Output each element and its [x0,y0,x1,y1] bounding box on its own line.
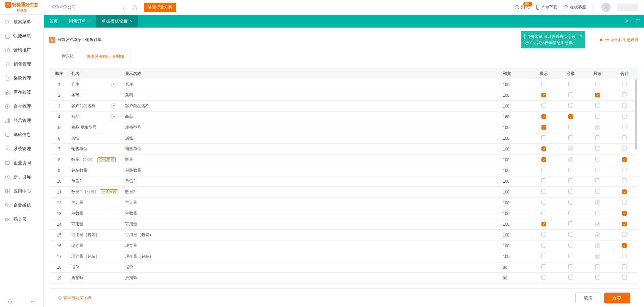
checkbox[interactable] [568,232,573,237]
sidebar-item-5[interactable]: 库存核算 [0,85,43,99]
checkbox[interactable] [541,125,546,130]
cell-width[interactable]: 100 [500,136,530,141]
checkbox[interactable] [595,93,600,97]
cell-display[interactable]: 主计量 [122,200,500,206]
cell-width[interactable]: 100 [500,93,530,98]
checkbox[interactable] [541,178,546,183]
tooltip-close[interactable]: ✕ [579,33,582,39]
checkbox[interactable] [622,146,627,151]
checkbox[interactable] [595,189,600,194]
checkbox[interactable] [622,92,627,97]
checkbox[interactable] [541,168,546,172]
context-handle[interactable]: ▶ [49,37,55,43]
cell-width[interactable]: 100 [500,211,530,216]
cell-width[interactable]: 80 [500,265,530,270]
checkbox[interactable] [622,82,627,86]
close-all-tabs[interactable] [621,18,633,24]
cell-display[interactable]: 现存量 [122,243,500,249]
checkbox[interactable] [622,135,627,140]
checkbox[interactable] [541,189,546,194]
checkbox[interactable] [541,232,546,237]
cell-display[interactable]: 属性 [122,135,500,141]
checkbox[interactable] [568,146,573,151]
sidebar-item-10[interactable]: 企业协同 [0,156,43,170]
checkbox[interactable] [541,211,546,215]
company-selector[interactable]: XXXXXX公司 ⌵ [48,3,128,12]
subtab-0[interactable]: 表头区 [56,50,80,63]
checkbox[interactable] [622,157,627,162]
manage-custom-fields-link[interactable]: 管理自定义字段 [58,295,91,301]
close-icon[interactable]: ✕ [88,19,91,23]
checkbox[interactable] [622,243,627,248]
tab-0[interactable]: 首页 [44,15,63,28]
checkbox[interactable] [568,243,573,248]
solution-button[interactable]: 体验行业方案 [144,3,176,12]
cell-width[interactable]: 100 [500,222,530,227]
checkbox[interactable] [595,211,600,215]
checkbox[interactable] [622,168,627,172]
avatar[interactable] [601,3,611,12]
subtab-1[interactable]: 表体区-销售订单明细 [80,50,130,63]
checkbox[interactable] [541,135,546,140]
checkbox[interactable] [541,157,546,162]
checkbox[interactable] [622,189,627,194]
cell-width[interactable]: 100 [500,104,530,108]
checkbox[interactable] [541,222,546,226]
checkbox[interactable] [622,264,627,269]
checkbox[interactable] [568,135,573,140]
checkbox[interactable] [541,103,546,108]
checkbox[interactable] [595,114,600,119]
cell-display[interactable]: 仓库 [122,82,500,87]
cell-width[interactable]: 100 [500,158,530,162]
cell-width[interactable]: 100 [500,179,530,184]
checkbox[interactable] [568,221,573,226]
checkbox[interactable] [622,103,627,108]
cell-display[interactable]: 可用量（包装） [122,232,500,238]
add-button[interactable]: + [111,103,116,108]
checkbox[interactable] [595,146,600,151]
app-download-link[interactable]: App下载 [535,4,557,10]
cell-display[interactable]: 商品 [122,114,500,120]
cell-display[interactable]: 销售单位 [122,146,500,152]
checkbox[interactable] [622,222,627,226]
cell-display[interactable]: 报价 [122,264,500,270]
sidebar-item-8[interactable]: 基础信息 [0,128,43,142]
checkbox[interactable] [622,114,627,119]
cell-width[interactable]: 100 [500,201,530,205]
cell-width[interactable]: 100 [500,168,530,173]
cell-display[interactable]: 单位2 [122,178,500,184]
checkbox[interactable] [568,168,573,172]
checkbox[interactable] [568,254,573,258]
close-icon[interactable]: ✕ [130,19,132,23]
cell-width[interactable]: 100 [500,125,530,130]
messages-link[interactable]: 消息 99+ [514,4,529,10]
checkbox[interactable] [595,135,600,140]
cell-display[interactable]: 包装数量 [122,168,500,173]
checkbox[interactable] [541,275,546,280]
checkbox[interactable] [595,222,600,226]
tab-2[interactable]: 单据模板设置✕ [96,15,138,28]
cell-display[interactable]: 数量 [122,157,500,163]
memory-settings-link[interactable]: 记忆和汇总设置 [605,37,639,43]
checkbox[interactable] [595,168,600,172]
scrollbar-thumb[interactable] [635,79,637,150]
checkbox[interactable] [595,82,600,86]
checkbox[interactable] [595,103,600,108]
cell-width[interactable]: 100 [500,190,530,194]
checkbox[interactable] [568,189,573,194]
cell-width[interactable]: 100 [500,233,530,237]
cancel-button[interactable]: 取消 [575,293,601,303]
checkbox[interactable] [541,200,546,205]
sidebar-item-13[interactable]: 企业微信 [0,198,43,212]
service-link[interactable]: 在线客服 [563,4,586,10]
checkbox[interactable] [568,264,573,269]
sidebar-item-1[interactable]: 快捷导航 [0,29,43,43]
cell-display[interactable]: 现存量（包装） [122,254,500,259]
sidebar-item-14[interactable]: 畅会员 [0,212,43,226]
checkbox[interactable] [568,178,573,183]
checkbox[interactable] [595,243,600,248]
checkbox[interactable] [568,211,573,215]
cell-display[interactable]: 折扣% [122,275,500,281]
checkbox[interactable] [541,146,546,151]
sidebar-item-3[interactable]: 销售管理 [0,57,43,71]
